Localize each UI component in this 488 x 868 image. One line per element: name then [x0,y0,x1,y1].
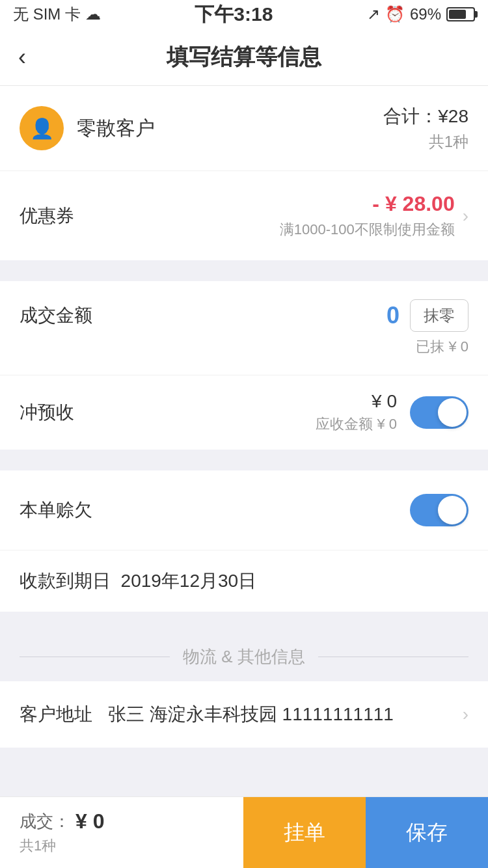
coupon-discount: - ¥ 28.00 [280,192,455,216]
transaction-value: 0 [386,302,400,329]
section-divider-3 [0,622,488,632]
status-time: 下午3:18 [195,1,273,28]
credit-toggle[interactable] [410,494,468,526]
status-left: 无 SIM 卡 ☁ [13,4,101,25]
section-divider-1 [0,271,488,281]
nav-bar: ‹ 填写结算等信息 [0,29,488,86]
prepaid-label: 冲预收 [20,400,74,425]
customer-row: 👤 零散客户 合计：¥28 共1种 [0,86,488,170]
transaction-label: 成交金额 [20,303,92,328]
coupon-row[interactable]: 优惠券 - ¥ 28.00 满1000-100不限制使用金额 › [0,170,488,260]
status-right: ↗ ⏰ 69% [367,5,475,23]
coupon-value-block: - ¥ 28.00 满1000-100不限制使用金额 [280,192,455,239]
content: 👤 零散客户 合计：¥28 共1种 优惠券 - ¥ 28.00 满1000-10… [0,86,488,836]
battery-percent: 69% [410,5,441,23]
coupon-right: - ¥ 28.00 满1000-100不限制使用金额 › [280,192,468,239]
pending-button[interactable]: 挂单 [243,797,366,868]
customer-card: 👤 零散客户 合计：¥28 共1种 优惠券 - ¥ 28.00 满1000-10… [0,86,488,260]
customer-count: 共1种 [383,131,468,152]
bottom-info: 成交： ¥ 0 共1种 [0,797,243,868]
avatar: 👤 [20,106,64,150]
toggle-knob [438,398,467,427]
prepaid-amount: ¥ 0 [316,391,397,412]
transaction-sub: 已抹 ¥ 0 [20,337,468,357]
address-row[interactable]: 客户地址 张三 海淀永丰科技园 11111111111 › [0,681,488,748]
battery-icon [446,7,475,21]
prepaid-toggle[interactable] [410,396,468,429]
alarm-icon: ⏰ [385,5,405,23]
address-label: 客户地址 [20,702,92,727]
credit-label: 本单赊欠 [20,498,92,522]
no-sim-label: 无 SIM 卡 ☁ [13,4,101,25]
page-title: 填写结算等信息 [167,42,321,72]
transaction-card: 成交金额 0 抹零 已抹 ¥ 0 冲预收 ¥ 0 应收金额 ¥ 0 [0,281,488,450]
person-icon: 👤 [30,117,54,140]
due-date-label: 收款到期日 2019年12月30日 [20,571,256,591]
address-card: 客户地址 张三 海淀永丰科技园 11111111111 › [0,681,488,748]
coupon-label: 优惠券 [20,204,74,228]
divider-line-right [318,657,468,657]
credit-row: 本单赊欠 [0,470,488,550]
save-button[interactable]: 保存 [366,797,488,868]
bottom-bar: 成交： ¥ 0 共1种 挂单 保存 [0,796,488,868]
customer-right: 合计：¥28 共1种 [383,104,468,152]
customer-left: 👤 零散客户 [20,106,155,150]
prepaid-right: ¥ 0 应收金额 ¥ 0 [316,391,468,434]
transaction-row: 成交金额 0 抹零 已抹 ¥ 0 [0,281,488,375]
credit-card: 本单赊欠 收款到期日 2019年12月30日 [0,470,488,612]
location-icon: ↗ [367,5,380,23]
round-button[interactable]: 抹零 [410,299,468,332]
chevron-right-icon: › [463,704,468,725]
logistics-label: 物流 & 其他信息 [183,645,305,668]
section-divider-2 [0,460,488,470]
bottom-deal-value: ¥ 0 [75,809,104,834]
status-bar: 无 SIM 卡 ☁ 下午3:18 ↗ ⏰ 69% [0,0,488,29]
bottom-deal: 成交： ¥ 0 [20,809,224,834]
due-date-row: 收款到期日 2019年12月30日 [0,550,488,612]
customer-total: 合计：¥28 [383,104,468,129]
transaction-right: 0 抹零 [386,299,468,332]
due-date-value: 2019年12月30日 [121,571,257,591]
credit-toggle-knob [438,496,467,524]
prepaid-sub: 应收金额 ¥ 0 [316,414,397,434]
prepaid-row: 冲预收 ¥ 0 应收金额 ¥ 0 [0,375,488,450]
address-value: 张三 海淀永丰科技园 11111111111 [108,702,455,727]
bottom-deal-label: 成交： [20,810,70,833]
logistics-section-header: 物流 & 其他信息 [0,632,488,681]
divider-line-left [20,657,170,657]
prepaid-amount-block: ¥ 0 应收金额 ¥ 0 [316,391,397,434]
back-button[interactable]: ‹ [18,44,26,71]
chevron-right-icon: › [463,206,468,226]
coupon-description: 满1000-100不限制使用金额 [280,220,455,239]
bottom-count: 共1种 [20,836,224,856]
transaction-top: 成交金额 0 抹零 [20,299,468,332]
customer-name: 零散客户 [77,115,155,142]
